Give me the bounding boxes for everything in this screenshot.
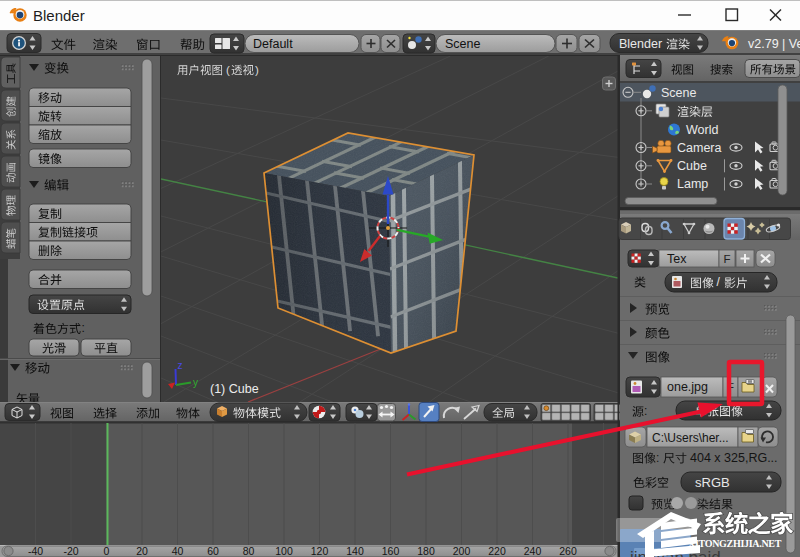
svg-text:v2.79 | Ve: v2.79 | Ve (748, 37, 800, 51)
svg-text:160: 160 (382, 545, 400, 557)
svg-text:240: 240 (524, 545, 542, 557)
svg-text:200: 200 (453, 545, 471, 557)
svg-text:C:\Users\her...: C:\Users\her... (652, 431, 729, 445)
svg-text:z: z (178, 360, 183, 371)
svg-text:Blender: Blender (619, 37, 662, 51)
svg-text:20: 20 (136, 545, 148, 557)
svg-text:F: F (723, 253, 730, 265)
svg-text:220: 220 (488, 545, 506, 557)
svg-text:Cube: Cube (677, 159, 707, 173)
svg-text:40: 40 (172, 545, 184, 557)
svg-text:Tex: Tex (667, 252, 687, 266)
svg-text:120: 120 (311, 545, 329, 557)
svg-text:Camera: Camera (677, 141, 722, 155)
svg-text:XITONGZHIJIA.NET: XITONGZHIJIA.NET (688, 538, 782, 549)
svg-text::: : (644, 404, 647, 418)
svg-text:World: World (686, 123, 718, 137)
svg-text:180: 180 (417, 545, 435, 557)
svg-text::: : (82, 321, 85, 335)
svg-text:Blender: Blender (33, 7, 85, 24)
svg-text::: : (656, 451, 659, 465)
svg-text:Lamp: Lamp (677, 177, 708, 191)
svg-text:100: 100 (275, 545, 293, 557)
svg-text:-40: -40 (28, 545, 43, 557)
svg-text:80: 80 (243, 545, 255, 557)
svg-text:0: 0 (104, 545, 110, 557)
svg-text:(1) Cube: (1) Cube (210, 382, 259, 396)
svg-text:sRGB: sRGB (695, 475, 730, 490)
svg-text:one.jpg: one.jpg (667, 380, 708, 394)
svg-text:Default: Default (253, 37, 293, 51)
svg-text:): ) (255, 64, 259, 76)
svg-text:404 x 325,RG...: 404 x 325,RG... (690, 451, 778, 465)
svg-text:260: 260 (559, 545, 577, 557)
svg-text:140: 140 (346, 545, 364, 557)
svg-text:Scene: Scene (445, 37, 480, 51)
svg-text:-20: -20 (63, 545, 78, 557)
svg-text:(: ( (226, 64, 230, 76)
svg-text:60: 60 (207, 545, 219, 557)
svg-text:y: y (193, 377, 198, 388)
svg-text:Scene: Scene (661, 86, 696, 100)
